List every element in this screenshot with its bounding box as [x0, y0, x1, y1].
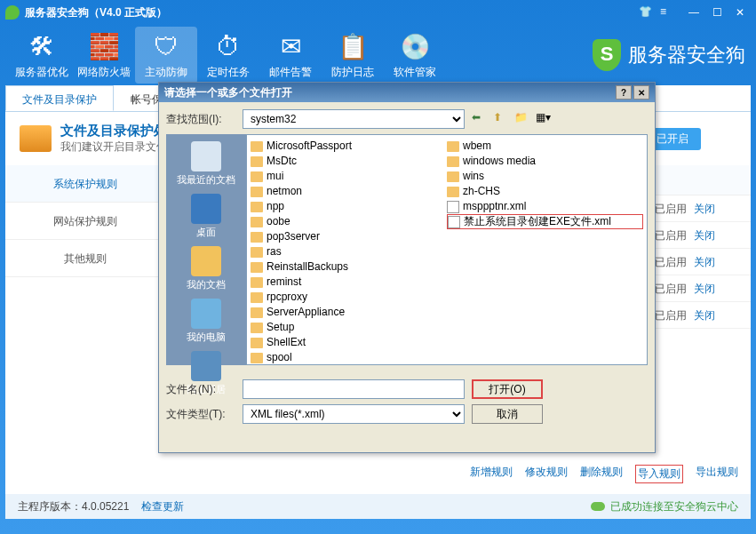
- file-item[interactable]: msppptnr.xml: [447, 199, 643, 214]
- view-menu-icon[interactable]: ▦▾: [536, 111, 552, 127]
- tab-0[interactable]: 文件及目录保护: [5, 85, 114, 111]
- folder-shield-icon: [20, 125, 52, 152]
- rule-close-link[interactable]: 关闭: [694, 256, 715, 268]
- rule-close-link[interactable]: 关闭: [694, 283, 715, 295]
- cloud-icon: [591, 502, 605, 511]
- action-link-0[interactable]: 新增规则: [470, 465, 513, 483]
- menu-icon[interactable]: ≡: [660, 5, 674, 20]
- folder-icon: [447, 141, 459, 152]
- dialog-titlebar: 请选择一个或多个文件打开 ? ✕: [159, 83, 655, 102]
- main-toolbar: 🛠服务器优化🧱网络防火墙🛡主动防御⏱定时任务✉邮件告警📋防护日志💿软件管家服务器…: [0, 25, 756, 85]
- check-update-link[interactable]: 检查更新: [141, 499, 184, 514]
- brand-shield-icon: [593, 39, 621, 71]
- file-item[interactable]: MsDtc: [251, 154, 447, 169]
- tool-icon: ✉: [275, 31, 306, 63]
- rule-enabled-label: 已启用: [655, 203, 687, 215]
- rule-category-1[interactable]: 网站保护规则: [5, 203, 165, 240]
- close-button[interactable]: ✕: [729, 4, 751, 21]
- rule-close-link[interactable]: 关闭: [694, 309, 715, 322]
- toolbar-item-2[interactable]: 🛡主动防御: [135, 27, 197, 84]
- file-item[interactable]: MicrosoftPassport: [251, 139, 447, 154]
- action-link-4[interactable]: 导出规则: [696, 465, 738, 483]
- places-item-1[interactable]: 桌面: [172, 194, 240, 239]
- folder-icon: [251, 202, 263, 212]
- folder-icon: [251, 338, 263, 348]
- tool-icon: 📋: [337, 31, 369, 63]
- minimize-button[interactable]: —: [683, 4, 704, 21]
- folder-icon: [251, 171, 263, 182]
- file-item[interactable]: npp: [251, 199, 447, 214]
- folder-icon: [251, 262, 263, 273]
- file-item[interactable]: wbem: [447, 139, 643, 154]
- rule-close-link[interactable]: 关闭: [694, 229, 715, 242]
- file-item[interactable]: spool: [251, 350, 447, 365]
- folder-icon: [251, 277, 263, 288]
- maximize-button[interactable]: ☐: [706, 4, 728, 21]
- filetype-dropdown[interactable]: XML files(*.xml): [243, 404, 465, 424]
- file-item[interactable]: reminst: [251, 275, 447, 290]
- tool-icon: 💿: [399, 31, 431, 63]
- xml-file-icon: [448, 216, 460, 228]
- file-item[interactable]: 禁止系统目录创建EXE文件.xml: [447, 214, 643, 229]
- folder-icon: [447, 171, 459, 182]
- toolbar-item-3[interactable]: ⏱定时任务: [197, 27, 259, 84]
- folder-icon: [251, 217, 263, 227]
- back-icon[interactable]: ⬅: [472, 111, 488, 127]
- file-item[interactable]: Setup: [251, 320, 447, 335]
- brand: 服务器安全狗: [593, 39, 745, 71]
- folder-icon: [251, 247, 263, 258]
- places-icon: [191, 141, 221, 171]
- file-item[interactable]: wins: [447, 169, 643, 184]
- file-item[interactable]: ras: [251, 244, 447, 259]
- toolbar-item-1[interactable]: 🧱网络防火墙: [73, 27, 135, 84]
- up-icon[interactable]: ⬆: [493, 111, 509, 127]
- action-link-3[interactable]: 导入规则: [635, 465, 683, 483]
- shirt-icon[interactable]: 👕: [639, 5, 653, 20]
- lookin-dropdown[interactable]: system32: [243, 109, 465, 129]
- file-item[interactable]: mui: [251, 169, 447, 184]
- new-folder-icon[interactable]: 📁: [514, 111, 530, 127]
- file-item[interactable]: ShellExt: [251, 335, 447, 350]
- cancel-button[interactable]: 取消: [472, 404, 543, 424]
- toolbar-item-5[interactable]: 📋防护日志: [322, 27, 384, 84]
- dialog-help-button[interactable]: ?: [616, 85, 632, 100]
- folder-icon: [251, 307, 263, 318]
- filename-input[interactable]: [243, 379, 465, 399]
- places-item-2[interactable]: 我的文档: [172, 246, 240, 291]
- tool-icon: 🛡: [150, 31, 182, 63]
- title-bar: 服务器安全狗（V4.0 正式版） 👕 ≡ — ☐ ✕: [0, 0, 756, 25]
- file-item[interactable]: pop3server: [251, 229, 447, 244]
- places-item-0[interactable]: 我最近的文档: [172, 141, 240, 187]
- file-item[interactable]: windows media: [447, 154, 643, 169]
- open-button[interactable]: 打开(O): [472, 379, 543, 399]
- folder-icon: [251, 353, 263, 363]
- rule-category-0[interactable]: 系统保护规则: [5, 165, 165, 203]
- file-item[interactable]: oobe: [251, 214, 447, 229]
- folder-icon: [251, 232, 263, 243]
- rule-category-2[interactable]: 其他规则: [5, 240, 165, 277]
- tool-icon: ⏱: [212, 31, 244, 63]
- toolbar-item-0[interactable]: 🛠服务器优化: [11, 27, 73, 84]
- filetype-label: 文件类型(T):: [166, 407, 243, 422]
- lookin-label: 查找范围(I):: [166, 112, 243, 127]
- folder-icon: [251, 292, 263, 303]
- action-link-1[interactable]: 修改规则: [525, 465, 568, 483]
- folder-icon: [447, 156, 459, 167]
- tool-icon: 🛠: [26, 31, 58, 63]
- rule-close-link[interactable]: 关闭: [694, 203, 715, 215]
- connection-status: 已成功连接至安全狗云中心: [591, 499, 738, 514]
- app-title: 服务器安全狗（V4.0 正式版）: [25, 5, 167, 20]
- toolbar-item-4[interactable]: ✉邮件告警: [259, 27, 322, 84]
- dialog-close-button[interactable]: ✕: [633, 85, 649, 100]
- action-link-2[interactable]: 删除规则: [580, 465, 623, 483]
- bottom-actions: 新增规则修改规则删除规则导入规则导出规则: [470, 465, 738, 483]
- file-item[interactable]: netmon: [251, 184, 447, 199]
- folder-icon: [251, 187, 263, 197]
- toolbar-item-6[interactable]: 💿软件管家: [384, 27, 446, 84]
- places-item-3[interactable]: 我的电脑: [172, 299, 240, 344]
- file-list: MicrosoftPassportMsDtcmuinetmonnppoobepo…: [246, 134, 648, 365]
- file-item[interactable]: ServerAppliance: [251, 305, 447, 320]
- file-item[interactable]: rpcproxy: [251, 290, 447, 305]
- file-item[interactable]: ReinstallBackups: [251, 259, 447, 275]
- file-item[interactable]: zh-CHS: [447, 184, 643, 199]
